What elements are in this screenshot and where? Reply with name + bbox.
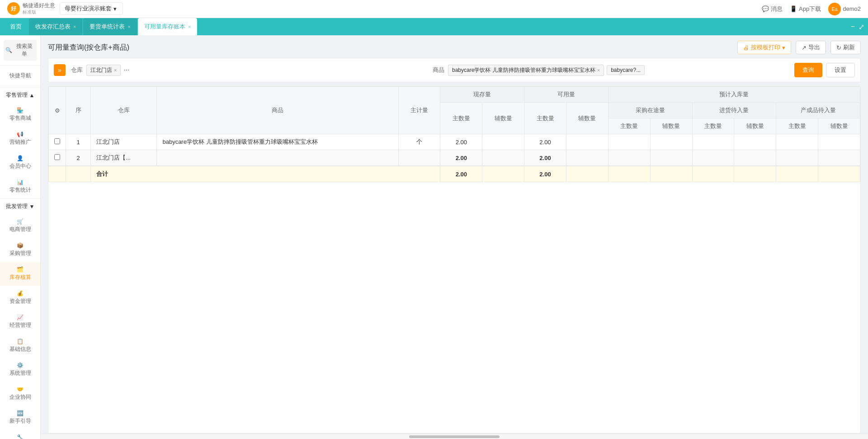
tab-collection-label: 收发存汇总表	[35, 23, 71, 31]
warehouse-filter-label: 仓库	[71, 66, 83, 74]
retail-stats-label: 零售统计	[9, 186, 31, 194]
sidebar-item-operation[interactable]: 📈 经营管理	[0, 310, 40, 334]
th-warehouse: 仓库	[91, 87, 157, 134]
sidebar-item-member[interactable]: 👤 会员中心	[0, 151, 40, 175]
sidebar-item-inventory[interactable]: 🗂️ 库存核算	[0, 262, 40, 286]
tab-collection[interactable]: 收发存汇总表 ×	[29, 18, 82, 35]
row2-check-input[interactable]	[54, 154, 60, 160]
horizontal-scrollbar[interactable]	[409, 435, 500, 438]
tab-order[interactable]: 要货单统计表 ×	[83, 18, 137, 35]
logo-icon: 好	[7, 2, 20, 15]
ecommerce-icon: 🛒	[17, 218, 24, 225]
page-title: 可用量查询(按仓库+商品)	[48, 43, 129, 52]
sidebar-item-enterprise[interactable]: 🤝 企业协同	[0, 382, 40, 406]
footer-production-sub	[818, 166, 860, 182]
warehouse-tags: 江北门店 × ···	[86, 65, 130, 76]
logo-sub: 标准版	[23, 9, 55, 15]
enterprise-label: 企业协同	[9, 393, 31, 401]
download-label: App下载	[799, 5, 821, 13]
row1-checkbox[interactable]	[49, 134, 66, 150]
search-menu-button[interactable]: 🔍 搜索菜单	[4, 40, 37, 61]
tab-home-label: 首页	[10, 23, 22, 31]
search-menu-label: 搜索菜单	[14, 42, 35, 58]
sidebar-item-finance[interactable]: 💰 资金管理	[0, 286, 40, 310]
page-actions: 🖨 按模板打印 ▾ ↗ 导出 ↻ 刷新	[737, 41, 861, 54]
footer-inbound-sub	[734, 166, 776, 182]
top-bar-left: 好 畅捷通好生意 标准版 母婴行业演示账套 ▾	[7, 2, 123, 15]
th-production-sub: 辅数量	[818, 118, 860, 134]
tab-order-close[interactable]: ×	[127, 24, 130, 29]
quick-nav-label: 快捷导航	[9, 72, 31, 79]
product-tag-1[interactable]: babycare学饮杯 儿童防摔防撞吸管杯重力球吸嘴杯宝宝水杯 ×	[448, 65, 604, 76]
template-print-button[interactable]: 🖨 按模板打印 ▾	[737, 41, 791, 54]
row2-purchase-main	[608, 150, 650, 166]
sidebar-item-retail-shop[interactable]: 🏪 零售商城	[0, 103, 40, 127]
industry-selector[interactable]: 母婴行业演示账套 ▾	[60, 2, 123, 15]
table-container: ⚙ 序 仓库 商品 主计量 现存量 可用量 预计入库量 主数量 辅数量 主数量	[48, 86, 861, 434]
tab-available-close[interactable]: ×	[188, 24, 191, 29]
product-tag-1-close-icon[interactable]: ×	[597, 67, 600, 73]
filter-expand-button[interactable]: »	[54, 64, 66, 76]
query-button[interactable]: 查询	[794, 63, 822, 77]
row2-inbound-main	[692, 150, 734, 166]
marketing-icon: 📢	[17, 131, 24, 137]
tab-maximize-button[interactable]: ⤢	[859, 23, 864, 31]
sidebar: 🔍 搜索菜单 快捷导航 零售管理 ▲ 🏪 零售商城 📢 营销推广 👤	[0, 35, 41, 439]
sidebar-item-wholesale[interactable]: 批发管理 ▼	[0, 198, 40, 214]
th-settings[interactable]: ⚙	[49, 87, 66, 134]
industry-label: 母婴行业演示账套	[65, 5, 112, 13]
logo-texts: 畅捷通好生意 标准版	[23, 2, 55, 15]
warehouse-tag-close-icon[interactable]: ×	[114, 67, 117, 73]
product-tag-2[interactable]: babycare?...	[607, 65, 645, 75]
sidebar-item-guide[interactable]: 🆕 新手引导	[0, 406, 40, 430]
row1-stock-main: 2.00	[440, 134, 482, 150]
sidebar-item-marketing[interactable]: 📢 营销推广	[0, 127, 40, 151]
row1-purchase-sub	[650, 134, 692, 150]
warehouse-filter-group: 仓库 江北门店 × ···	[71, 65, 427, 76]
row1-check-input[interactable]	[54, 138, 60, 144]
refresh-button[interactable]: ↻ 刷新	[830, 41, 861, 54]
export-button[interactable]: ↗ 导出	[796, 41, 826, 54]
user-profile[interactable]: Ea demo2	[828, 3, 861, 15]
column-settings-icon[interactable]: ⚙	[55, 107, 60, 114]
tab-home[interactable]: 首页	[4, 18, 28, 35]
download-button[interactable]: 📱 App下载	[790, 5, 821, 13]
product-filter-label: 商品	[433, 66, 444, 74]
sidebar-item-purchase[interactable]: 📦 采购管理	[0, 238, 40, 262]
sidebar-item-retail-stats[interactable]: 📊 零售统计	[0, 175, 40, 198]
settings-button[interactable]: 设置	[826, 63, 855, 77]
message-button[interactable]: 💬 消息	[762, 5, 783, 13]
tab-collection-close[interactable]: ×	[73, 24, 76, 29]
chevron-down-icon: ▾	[113, 5, 117, 12]
sidebar-item-quicknav[interactable]: 快捷导航	[0, 68, 40, 83]
tab-available[interactable]: 可用量库存账本 ×	[138, 18, 197, 35]
sidebar-quick-nav[interactable]: 快捷导航	[0, 66, 40, 86]
footer-purchase-main	[608, 166, 650, 182]
th-available-sub: 辅数量	[566, 103, 608, 134]
row2-checkbox[interactable]	[49, 150, 66, 166]
th-purchase-group: 采购在途量	[608, 103, 692, 118]
data-table: ⚙ 序 仓库 商品 主计量 现存量 可用量 预计入库量 主数量 辅数量 主数量	[48, 86, 860, 182]
footer-available-main: 2.00	[524, 166, 566, 182]
warehouse-tag-text: 江北门店	[90, 66, 112, 74]
sidebar-item-system[interactable]: ⚙️ 系统管理	[0, 358, 40, 382]
tab-minimize-button[interactable]: −	[851, 23, 855, 31]
product-tag-1-text: babycare学饮杯 儿童防摔防撞吸管杯重力球吸嘴杯宝宝水杯	[452, 66, 595, 74]
avatar: Ea	[828, 3, 841, 15]
filter-more-icon[interactable]: ···	[123, 66, 129, 74]
warehouse-tag[interactable]: 江北门店 ×	[86, 65, 121, 76]
expand-icon: »	[58, 66, 61, 74]
th-product: 商品	[157, 87, 398, 134]
tab-available-label: 可用量库存账本	[144, 23, 185, 31]
row2-production-sub	[818, 150, 860, 166]
top-bar: 好 畅捷通好生意 标准版 母婴行业演示账套 ▾ 💬 消息 📱 App下载 Ea …	[0, 0, 868, 18]
sidebar-item-basic[interactable]: 📋 基础信息	[0, 334, 40, 358]
sidebar-item-retail[interactable]: 零售管理 ▲	[0, 87, 40, 103]
th-stock-sub: 辅数量	[482, 103, 524, 134]
footer-empty-check	[49, 166, 66, 182]
marketing-label: 营销推广	[9, 138, 31, 146]
sidebar-item-ecommerce[interactable]: 🛒 电商管理	[0, 214, 40, 238]
row2-product	[157, 150, 398, 166]
filter-bar: » 仓库 江北门店 × ··· 商品 babycare学饮杯 儿童防摔防撞吸管杯…	[48, 58, 861, 82]
sidebar-item-apps[interactable]: 🔧 应用中心	[0, 430, 40, 439]
